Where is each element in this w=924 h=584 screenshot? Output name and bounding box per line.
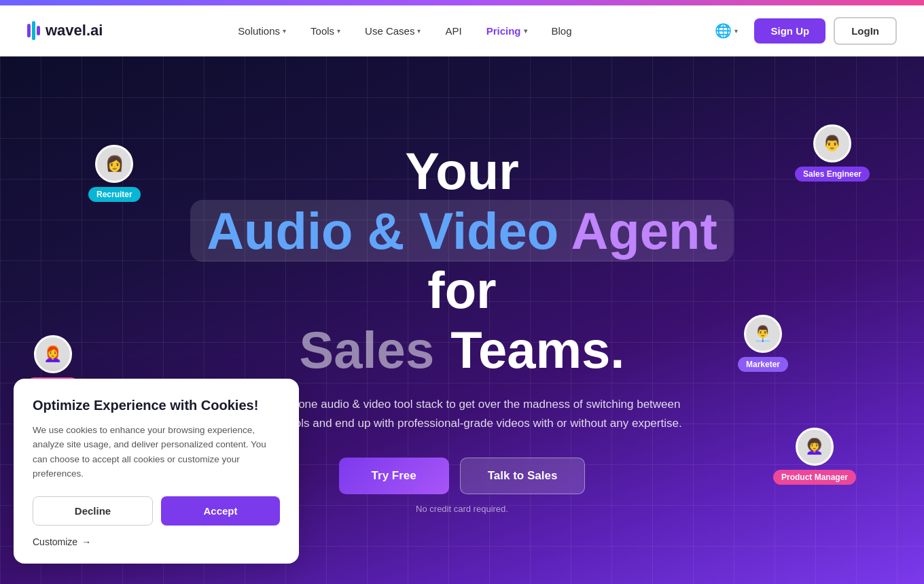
nav-links: Solutions ▾ Tools ▾ Use Cases ▾ API Pric… bbox=[228, 20, 581, 42]
hero-agent: Agent bbox=[571, 202, 717, 260]
avatar-recruiter: 👩 bbox=[95, 145, 133, 183]
hero-your: Your bbox=[405, 142, 518, 200]
logo-bar-1 bbox=[27, 24, 31, 37]
hero-teams: Teams. bbox=[450, 322, 624, 379]
persona-product-manager: 👩‍🦱 Product Manager bbox=[773, 428, 856, 485]
product-manager-badge: Product Manager bbox=[773, 470, 856, 485]
avatar-sales-engineer: 👨 bbox=[813, 124, 851, 162]
logo-text: wavel.ai bbox=[46, 22, 103, 39]
navbar: wavel.ai Solutions ▾ Tools ▾ Use Cases ▾… bbox=[0, 5, 924, 56]
decline-button[interactable]: Decline bbox=[33, 496, 153, 526]
signup-button[interactable]: Sign Up bbox=[754, 18, 825, 44]
hero-audio-video: Audio & Video bbox=[207, 202, 558, 260]
hero-title-lines: Sales Teams. bbox=[156, 319, 768, 379]
sales-engineer-badge: Sales Engineer bbox=[795, 167, 870, 182]
recruiter-badge: Recruiter bbox=[88, 187, 141, 202]
logo-bar-2 bbox=[32, 21, 35, 40]
top-bar bbox=[0, 0, 924, 5]
cookie-description: We use cookies to enhance your browsing … bbox=[33, 423, 280, 481]
hero-sales: Sales bbox=[300, 322, 435, 379]
customize-button[interactable]: Customize → bbox=[33, 536, 91, 547]
logo[interactable]: wavel.ai bbox=[27, 21, 103, 40]
logo-bar-3 bbox=[37, 26, 40, 35]
nav-item-blog[interactable]: Blog bbox=[542, 20, 582, 42]
hero-for: for bbox=[427, 261, 496, 319]
persona-marketer: 👨‍💼 Marketer bbox=[738, 315, 788, 372]
logo-icon bbox=[27, 21, 40, 40]
accept-button[interactable]: Accept bbox=[161, 496, 280, 526]
hero-title-line1: Your Audio & Video Agent for bbox=[156, 143, 768, 319]
cookie-banner: Optimize Experience with Cookies! We use… bbox=[14, 379, 299, 564]
hero-highlight-box: Audio & Video Agent bbox=[190, 200, 734, 262]
nav-actions: 🌐 ▾ Sign Up LogIn bbox=[707, 17, 897, 45]
chevron-down-icon: ▾ bbox=[283, 27, 286, 35]
marketer-badge: Marketer bbox=[738, 357, 788, 372]
avatar-product-manager: 👩‍🦱 bbox=[796, 428, 834, 466]
nav-item-pricing[interactable]: Pricing ▾ bbox=[477, 20, 537, 42]
chevron-down-icon: ▾ bbox=[337, 27, 340, 35]
nav-item-use-cases[interactable]: Use Cases ▾ bbox=[355, 20, 430, 42]
try-free-button[interactable]: Try Free bbox=[339, 458, 449, 494]
login-button[interactable]: LogIn bbox=[834, 17, 897, 45]
language-selector[interactable]: 🌐 ▾ bbox=[707, 17, 746, 44]
persona-sales-engineer: 👨 Sales Engineer bbox=[795, 124, 870, 182]
arrow-right-icon: → bbox=[82, 536, 91, 547]
cookie-title: Optimize Experience with Cookies! bbox=[33, 398, 280, 413]
avatar-marketer: 👨‍💼 bbox=[744, 315, 782, 353]
hero-description: Your all-in-one audio & video tool stack… bbox=[231, 395, 693, 433]
chevron-down-icon: ▾ bbox=[524, 27, 527, 35]
nav-item-solutions[interactable]: Solutions ▾ bbox=[228, 20, 296, 42]
talk-to-sales-button[interactable]: Talk to Sales bbox=[460, 458, 586, 494]
chevron-down-icon: ▾ bbox=[417, 27, 421, 35]
nav-item-api[interactable]: API bbox=[436, 20, 471, 42]
nav-item-tools[interactable]: Tools ▾ bbox=[301, 20, 350, 42]
avatar-designer: 👩‍🦰 bbox=[34, 335, 72, 373]
chevron-down-icon: ▾ bbox=[734, 27, 738, 35]
persona-recruiter: 👩 Recruiter bbox=[88, 145, 141, 202]
cookie-buttons: Decline Accept bbox=[33, 496, 280, 526]
